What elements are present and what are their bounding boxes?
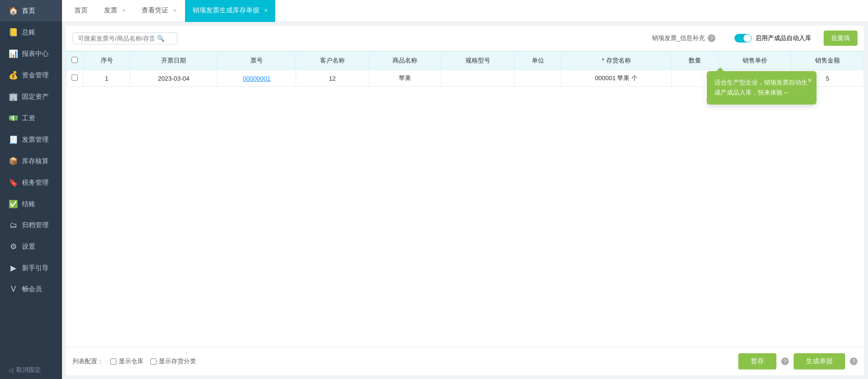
header-quantity: 数量 — [672, 52, 718, 70]
sidebar-item-settlement[interactable]: ✅ 结账 — [0, 193, 62, 215]
header-ticket-no: 票号 — [217, 52, 296, 70]
tab-voucher[interactable]: 查看凭证 × — [134, 0, 184, 22]
generate-info-icon[interactable]: ? — [850, 358, 858, 365]
tooltip-popup: × 适合生产型企业，销项发票自动生成产成品入库，快来体验～ — [707, 71, 816, 105]
info-help-icon[interactable]: ? — [708, 34, 715, 42]
settlement-icon: ✅ — [9, 200, 18, 209]
toolbar: 🔍 销项发票_信息补充 ? 启用产成品自动入库 批量填 — [66, 26, 864, 51]
header-checkbox-cell — [66, 52, 83, 70]
show-warehouse-label[interactable]: 显示仓库 — [110, 357, 144, 366]
bottom-bar: 列表配置： 显示仓库 显示存货分类 暂存 ? 生成单据 ? — [66, 347, 864, 375]
tab-generate[interactable]: 销项发票生成库存单据 × — [185, 0, 275, 22]
row-unit — [514, 70, 561, 87]
sidebar-item-vip[interactable]: V 畅会员 — [0, 279, 62, 300]
header-price: 销售单价 — [718, 52, 791, 70]
toggle-thumb — [744, 34, 751, 42]
guide-icon: ▶ — [9, 263, 18, 273]
info-label: 销项发票_信息补充 — [652, 34, 705, 42]
home-icon: 🏠 — [9, 6, 18, 15]
header-date: 开票日期 — [130, 52, 217, 70]
sidebar-item-capital[interactable]: 💰 资金管理 — [0, 64, 62, 86]
header-seq: 序号 — [83, 52, 130, 70]
search-icon: 🔍 — [157, 35, 165, 42]
row-customer: 12 — [296, 70, 369, 87]
header-spec: 规格型号 — [442, 52, 515, 70]
show-warehouse-checkbox[interactable] — [110, 358, 116, 365]
archive-icon: 🗂 — [9, 221, 18, 230]
bottom-actions: 暂存 ? 生成单据 ? — [738, 353, 858, 369]
batch-fill-button[interactable]: 批量填 — [824, 31, 858, 46]
fixed-assets-icon: 🏢 — [9, 92, 18, 101]
unpin-icon: ◁ — [9, 367, 13, 374]
show-category-label[interactable]: 显示存货分类 — [150, 357, 196, 366]
sidebar-item-settings[interactable]: ⚙ 设置 — [0, 236, 62, 257]
header-goods-name: 商品名称 — [369, 52, 442, 70]
tab-invoice-close[interactable]: × — [122, 7, 125, 14]
save-button[interactable]: 暂存 — [738, 353, 776, 369]
row-checkbox[interactable] — [72, 74, 78, 81]
tooltip-text: 适合生产型企业，销项发票自动生成产成品入库，快来体验～ — [714, 79, 807, 96]
save-info-icon[interactable]: ? — [781, 358, 789, 365]
config-label: 列表配置： — [72, 357, 103, 366]
tab-voucher-close[interactable]: × — [173, 7, 176, 14]
header-amount: 销售金额 — [791, 52, 864, 70]
tooltip-close-button[interactable]: × — [808, 75, 812, 85]
sidebar-item-inventory[interactable]: 📦 库存核算 — [0, 150, 62, 172]
sidebar-item-archive[interactable]: 🗂 归档管理 — [0, 215, 62, 236]
salary-icon: 💵 — [9, 114, 18, 123]
header-checkbox[interactable] — [72, 57, 78, 63]
sidebar-item-guide[interactable]: ▶ 新手引导 — [0, 257, 62, 279]
row-checkbox-cell — [66, 70, 83, 87]
row-ticket-no[interactable]: 00000001 — [217, 70, 296, 87]
inventory-icon: 📦 — [9, 157, 18, 166]
reports-icon: 📊 — [9, 49, 18, 58]
toolbar-info: 销项发票_信息补充 ? — [652, 34, 715, 42]
sidebar-item-ledger[interactable]: 📒 总账 — [0, 21, 62, 43]
tooltip-indicator — [705, 78, 707, 98]
settings-icon: ⚙ — [9, 242, 18, 251]
sidebar-item-fixed-assets[interactable]: 🏢 固定资产 — [0, 86, 62, 107]
toggle-wrapper: 启用产成品自动入库 — [734, 34, 811, 42]
vip-icon: V — [9, 285, 18, 294]
sidebar-item-tax[interactable]: 🔖 税务管理 — [0, 172, 62, 193]
sidebar-unpin[interactable]: ◁ 取消固定 — [0, 361, 62, 379]
sidebar-item-invoice-mgmt[interactable]: 🧾 发票管理 — [0, 129, 62, 150]
toggle-label: 启用产成品自动入库 — [755, 34, 811, 42]
tab-home[interactable]: 首页 — [67, 0, 95, 22]
row-spec — [442, 70, 515, 87]
invoice-mgmt-icon: 🧾 — [9, 135, 18, 144]
search-box[interactable]: 🔍 — [72, 32, 177, 44]
row-goods-name: 苹果 — [369, 70, 442, 87]
sidebar-item-home[interactable]: 🏠 首页 — [0, 0, 62, 21]
capital-icon: 💰 — [9, 71, 18, 80]
sidebar-item-reports[interactable]: 📊 报表中心 — [0, 43, 62, 64]
row-seq: 1 — [83, 70, 130, 87]
sidebar-item-salary[interactable]: 💵 工资 — [0, 107, 62, 129]
header-unit: 单位 — [514, 52, 561, 70]
row-inventory-name: 000001 苹果 个 — [561, 70, 672, 87]
tab-bar: 首页 发票 × 查看凭证 × 销项发票生成库存单据 × — [62, 0, 868, 22]
search-input[interactable] — [78, 35, 154, 42]
main-area: 首页 发票 × 查看凭证 × 销项发票生成库存单据 × 🔍 销项发票_信息补充 … — [62, 0, 868, 379]
ledger-icon: 📒 — [9, 28, 18, 37]
row-date: 2023-03-04 — [130, 70, 217, 87]
auto-inbound-toggle[interactable] — [734, 34, 752, 42]
sidebar: 🏠 首页 📒 总账 📊 报表中心 💰 资金管理 🏢 固定资产 💵 工资 🧾 发票… — [0, 0, 62, 379]
table-header-row: 序号 开票日期 票号 客户名称 商品名称 规格型号 单位 * 存货名称 数量 销… — [66, 52, 864, 70]
tab-invoice[interactable]: 发票 × — [96, 0, 133, 22]
page-content: 🔍 销项发票_信息补充 ? 启用产成品自动入库 批量填 — [66, 26, 864, 375]
header-inventory-name: * 存货名称 — [561, 52, 672, 70]
tab-generate-close[interactable]: × — [264, 7, 268, 14]
show-category-checkbox[interactable] — [150, 358, 156, 365]
tax-icon: 🔖 — [9, 178, 18, 187]
generate-button[interactable]: 生成单据 — [794, 353, 845, 369]
header-customer: 客户名称 — [296, 52, 369, 70]
